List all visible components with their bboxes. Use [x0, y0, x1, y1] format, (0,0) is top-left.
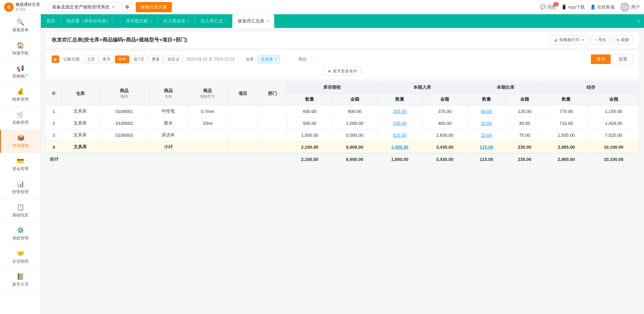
row-name: 小计 — [149, 141, 187, 153]
gear-button[interactable]: ⚙ — [122, 2, 132, 12]
row-bal-qty: 2,985.00 — [544, 141, 589, 153]
system-selector[interactable]: 装备及固定资产辅助管理系统 ▼ — [48, 2, 119, 12]
settings-button[interactable]: 设置 — [613, 54, 633, 64]
refresh-button[interactable]: ↻ 刷新 — [613, 35, 633, 45]
th-in-qty: 数量 — [377, 94, 422, 105]
row-out-qty-link[interactable]: 80.00 — [481, 109, 492, 114]
row-open-qty: 500.00 — [287, 117, 332, 129]
guide-icon: 📗 — [17, 273, 24, 280]
row-code: 0100001 — [99, 105, 149, 117]
row-dept — [258, 105, 287, 117]
row-open-qty: 1,000.00 — [287, 129, 332, 141]
row-dept — [258, 117, 287, 129]
th-bal-amt: 金额 — [589, 94, 639, 105]
row-project — [228, 129, 258, 141]
row-in-qty[interactable]: 250.00 — [377, 105, 422, 117]
row-in-qty-link[interactable]: 520.00 — [393, 133, 407, 138]
date-btn-more[interactable]: 更多 — [149, 55, 163, 63]
table-row: 2文具库0100002胶水20ml500.001,000.00230.00460… — [46, 117, 639, 129]
tab-batch[interactable]: 库存批次账 × — [120, 14, 158, 28]
date-btn-last-month[interactable]: 上月 — [84, 55, 98, 63]
tab-close-stock-dist[interactable]: × — [113, 19, 115, 23]
sidebar-label-basic: 基础信息 — [12, 212, 29, 218]
date-range-display: 2023-01-01 至 2023-12-31 — [187, 56, 235, 62]
row-project — [228, 105, 258, 117]
tab-flow[interactable]: 出入库流水 × — [158, 14, 195, 28]
row-out-amt: 75.00 — [506, 129, 544, 141]
row-in-qty[interactable]: 520.00 — [377, 129, 422, 141]
sidebar-item-basic[interactable]: 📋 基础信息 — [0, 199, 40, 222]
row-out-qty[interactable]: 115.00 — [467, 141, 506, 153]
tab-batch-label: 库存批次账 — [126, 18, 148, 24]
row-in-qty-link[interactable]: 1,000.00 — [391, 145, 409, 150]
sidebar-item-quick[interactable]: 🏠 快捷导航 — [0, 37, 40, 61]
tab-close-receive-summary[interactable]: × — [266, 19, 268, 23]
sidebar-item-inventory[interactable]: 📦 库存核算 — [0, 130, 40, 153]
row-out-qty-link[interactable]: 20.00 — [481, 121, 492, 126]
row-spec: 20ml — [187, 117, 228, 129]
sidebar-item-sales[interactable]: 💰 销售管理 — [0, 84, 40, 107]
sidebar-item-marketing[interactable]: 📢 营销推广 — [0, 61, 40, 84]
goods-more[interactable]: ... — [311, 57, 314, 62]
sidebar-item-guide[interactable]: 📗 新手引导 — [0, 269, 40, 292]
date-btn-custom[interactable]: 自定义 — [164, 55, 183, 63]
query-button[interactable]: 查询 — [591, 54, 611, 64]
tab-receive-summary[interactable]: 收发存汇总表 × — [232, 14, 274, 28]
online-service-button[interactable]: 👤 在线客服 — [590, 4, 615, 10]
row-dept — [258, 129, 287, 141]
date-btn-this-year[interactable]: 本年 — [115, 55, 129, 63]
sidebar-item-coop[interactable]: 🤝 企业协同 — [0, 246, 40, 269]
row-in-qty-link[interactable]: 230.00 — [393, 121, 407, 126]
row-out-qty[interactable]: 80.00 — [467, 105, 506, 117]
row-in-qty[interactable]: 230.00 — [377, 117, 422, 129]
message-icon: 💬 — [540, 4, 546, 10]
tab-close-flow[interactable]: × — [187, 19, 189, 23]
sidebar-label-system: 系统管理 — [12, 235, 29, 241]
th-bal-qty: 数量 — [544, 94, 589, 105]
row-out-qty-link[interactable]: 115.00 — [480, 145, 493, 150]
column-settings-icon[interactable]: ⚙ — [50, 89, 58, 98]
warehouse-more[interactable]: ... — [284, 57, 287, 62]
row-in-qty[interactable]: 1,000.00 — [377, 141, 422, 153]
row-in-qty-link[interactable]: 250.00 — [393, 109, 407, 114]
table-row: 1文具库0100001中性笔0.7mm600.00900.00250.00375… — [46, 105, 639, 117]
row-warehouse: 文具库 — [62, 129, 99, 141]
export-icon: ↑ — [595, 38, 597, 43]
tab-bar-close-button[interactable]: × — [633, 14, 644, 28]
tab-close-batch[interactable]: × — [150, 19, 152, 23]
footer-open-qty: 2,100.00 — [287, 153, 332, 165]
export-button[interactable]: ↑ 导出 — [591, 35, 610, 45]
tab-stock-dist[interactable]: 现存量（库存分布表） × — [61, 14, 120, 28]
sidebar-item-finance[interactable]: 💳 资金管理 — [0, 153, 40, 176]
row-out-amt: 120.00 — [506, 105, 544, 117]
date-btn-this-month[interactable]: 本月 — [99, 55, 114, 63]
message-button[interactable]: 💬 消息 6 — [540, 4, 556, 10]
row-open-amt: 900.00 — [332, 105, 377, 117]
sidebar-item-system[interactable]: ⚙️ 系统管理 — [0, 222, 40, 246]
row-out-qty[interactable]: 20.00 — [467, 117, 506, 129]
app-download-button[interactable]: 📱 App下载 — [561, 4, 585, 10]
filter-row-date: ▶ 记账日期 上月 本月 本年 近7天 更多 自定义 2023-01-01 至 … — [52, 54, 633, 64]
warehouse-filter-tag[interactable]: 文具库 × — [258, 55, 280, 63]
tab-close-summary-io[interactable]: × — [225, 19, 227, 23]
warehouse-tag-remove[interactable]: × — [275, 57, 277, 62]
th-name: 商品 名称 — [149, 82, 187, 105]
row-out-qty-link[interactable]: 15.00 — [481, 133, 492, 138]
sidebar-item-search[interactable]: 🔍 搜索菜单 — [0, 14, 40, 37]
filter-expand-arrow[interactable]: ▶ — [52, 55, 59, 63]
trial-button[interactable]: 体验行业方案 — [136, 2, 172, 12]
row-out-qty[interactable]: 15.00 — [467, 129, 506, 141]
row-warehouse: 文具库 — [62, 117, 99, 129]
sidebar-item-business[interactable]: 📊 经营管理 — [0, 176, 40, 199]
user-area[interactable]: Ea 用户 — [620, 2, 640, 12]
row-in-amt: 460.00 — [422, 117, 467, 129]
service-icon: 👤 — [590, 4, 596, 10]
sidebar-item-purchase[interactable]: 🛒 采购管理 — [0, 107, 40, 130]
tab-home[interactable]: 首页 — [41, 14, 61, 28]
date-btn-7days[interactable]: 近7天 — [131, 55, 147, 63]
print-button[interactable]: 🖨 按模板打印 ▼ — [550, 35, 588, 45]
expand-more-button[interactable]: ▼ 展开更多条件 — [324, 67, 361, 76]
tab-summary-io[interactable]: 出入库汇总 × — [195, 14, 233, 28]
row-name: 中性笔 — [149, 105, 187, 117]
row-bal-amt: 7,525.00 — [589, 129, 639, 141]
